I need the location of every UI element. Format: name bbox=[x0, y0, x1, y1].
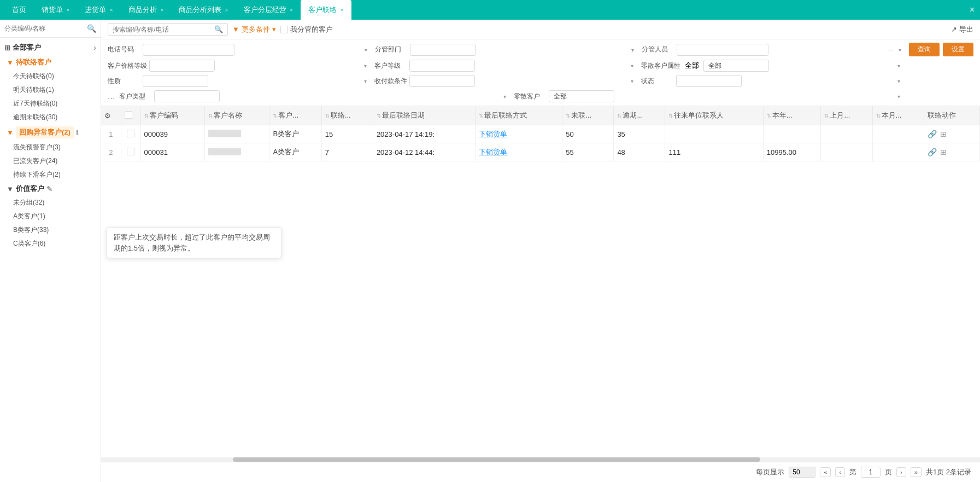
select-all-checkbox[interactable] bbox=[125, 111, 132, 119]
nav-item-customer-tier[interactable]: 客户分层经营 × bbox=[236, 0, 301, 20]
phone-input[interactable] bbox=[143, 44, 234, 56]
export-button[interactable]: ↗ 导出 bbox=[951, 25, 973, 34]
nav-item-product-analysis[interactable]: 商品分析 × bbox=[121, 0, 171, 20]
row-last-method-2[interactable]: 下销货单 bbox=[476, 143, 562, 161]
sidebar-section-pending[interactable]: ▼ 待联络客户 bbox=[0, 55, 101, 69]
grid-icon: ⊞ bbox=[4, 44, 10, 52]
sidebar-item-today-contact[interactable]: 今天待联络(0) bbox=[0, 69, 101, 83]
filter-field-dept: 分管部门 bbox=[375, 44, 638, 56]
sidebar-search-input[interactable] bbox=[4, 25, 87, 32]
close-customer-contact-icon[interactable]: × bbox=[340, 7, 343, 13]
close-purchase-icon[interactable]: × bbox=[109, 7, 113, 13]
arrow-pending-icon: ▼ bbox=[7, 59, 14, 67]
row-actions-2: 🔗 ⊞ bbox=[924, 143, 979, 161]
row-check-2[interactable] bbox=[121, 143, 140, 161]
close-sales-icon[interactable]: × bbox=[66, 7, 69, 13]
more-filter-button[interactable]: ▼ 更多条件 ▾ bbox=[232, 25, 276, 34]
filter-field-gender: 性质 bbox=[108, 75, 370, 87]
sidebar-item-class-b[interactable]: B类客户(33) bbox=[0, 223, 101, 237]
col-last-contact-method: ⇅ 最后联络方式 bbox=[476, 106, 562, 125]
retail-customer-select[interactable]: 全部 bbox=[549, 90, 614, 102]
close-product-analysis-icon[interactable]: × bbox=[160, 7, 163, 13]
link-icon-2[interactable]: 🔗 bbox=[928, 148, 937, 156]
pay-terms-label: 收付款条件 bbox=[374, 77, 407, 86]
last-method-link-1[interactable]: 下销货单 bbox=[479, 130, 507, 138]
sidebar-item-overdue-contact[interactable]: 逾期未联络(30) bbox=[0, 111, 101, 124]
sidebar-item-class-a[interactable]: A类客户(1) bbox=[0, 210, 101, 223]
row-type-2: A类客户 bbox=[269, 143, 321, 161]
filter-field-retail-attr: 零散客户属性 全部 全部 bbox=[641, 60, 903, 72]
status-label: 状态 bbox=[641, 77, 674, 86]
sidebar-search-icon: 🔍 bbox=[87, 24, 96, 33]
col-overdue: ⇅ 逾期... bbox=[614, 106, 665, 125]
sidebar-section-value-customers[interactable]: ▼ 价值客户 ✎ bbox=[0, 182, 101, 196]
row-check-1[interactable] bbox=[121, 125, 140, 143]
settings-button[interactable]: 设置 bbox=[943, 43, 973, 56]
filter-icon: ▼ bbox=[232, 25, 239, 33]
sidebar-section-repurchase-abnormal[interactable]: ▼ 回购异常客户(2) ℹ bbox=[0, 124, 101, 141]
my-customer-checkbox[interactable] bbox=[280, 26, 288, 33]
nav-item-sales[interactable]: 销货单 × bbox=[34, 0, 77, 20]
my-customer-checkbox-area[interactable]: 我分管的客户 bbox=[280, 25, 333, 34]
sort-type-icon: ⇅ bbox=[273, 113, 277, 119]
row-uncontacted-2: 55 bbox=[562, 143, 614, 161]
row-checkbox-1[interactable] bbox=[127, 130, 134, 137]
phone-label: 电话号码 bbox=[108, 45, 140, 54]
horizontal-scrollbar[interactable] bbox=[101, 457, 980, 462]
sidebar-item-class-c[interactable]: C类客户(6) bbox=[0, 237, 101, 251]
sidebar-item-already-lost[interactable]: 已流失客户(24) bbox=[0, 154, 101, 168]
pay-terms-select[interactable] bbox=[409, 75, 475, 87]
link-icon-1[interactable]: 🔗 bbox=[928, 130, 937, 138]
sort-this-year-icon: ⇅ bbox=[767, 113, 771, 119]
row-last-date-1: 2023-04-17 14:19: bbox=[373, 125, 476, 143]
customer-level-select[interactable] bbox=[409, 60, 475, 72]
more-icon-1[interactable]: ⊞ bbox=[940, 130, 947, 138]
close-customer-tier-icon[interactable]: × bbox=[290, 7, 293, 13]
col-last-contact-date: ⇅ 最后联络日期 bbox=[373, 106, 476, 125]
filter-search-input[interactable] bbox=[113, 26, 214, 33]
nav-item-product-list[interactable]: 商品分析列表 × bbox=[171, 0, 236, 20]
sidebar-item-declining[interactable]: 持续下滑客户(2) bbox=[0, 168, 101, 182]
manager-input[interactable] bbox=[677, 44, 768, 56]
last-page-button[interactable]: » bbox=[911, 467, 922, 477]
current-page-input[interactable] bbox=[861, 467, 881, 478]
nav-item-home[interactable]: 首页 bbox=[4, 0, 34, 20]
retail-customer-label: 零散客户 bbox=[514, 92, 547, 101]
sidebar-item-loss-warning[interactable]: 流失预警客户(3) bbox=[0, 141, 101, 154]
sidebar-collapse-icon[interactable]: › bbox=[93, 43, 96, 52]
next-page-button[interactable]: › bbox=[896, 467, 906, 477]
status-select[interactable] bbox=[676, 75, 742, 87]
row-last-date-2: 2023-04-12 14:44: bbox=[373, 143, 476, 161]
price-level-select[interactable] bbox=[149, 60, 215, 72]
query-button[interactable]: 查询 bbox=[909, 43, 940, 56]
action-icons-1: 🔗 ⊞ bbox=[928, 130, 976, 138]
window-close-button[interactable]: × bbox=[970, 5, 975, 15]
row-name-2 bbox=[205, 143, 269, 161]
dept-select[interactable] bbox=[410, 44, 476, 56]
close-product-list-icon[interactable]: × bbox=[225, 7, 228, 13]
sidebar-all-customers[interactable]: ⊞ 全部客户 › bbox=[0, 40, 101, 55]
sidebar-item-unclassified[interactable]: 未分组(32) bbox=[0, 196, 101, 210]
edit-icon[interactable]: ✎ bbox=[46, 185, 52, 193]
prev-page-button[interactable]: ‹ bbox=[835, 467, 845, 477]
customer-type-select[interactable] bbox=[154, 90, 220, 102]
col-checkbox[interactable] bbox=[121, 106, 140, 125]
col-settings[interactable]: ⚙ bbox=[101, 106, 121, 125]
nav-item-customer-contact[interactable]: 客户联络 × bbox=[301, 0, 351, 20]
sidebar-item-week-contact[interactable]: 近7天待联络(0) bbox=[0, 97, 101, 111]
retail-attr-select[interactable]: 全部 bbox=[703, 60, 769, 72]
sort-this-month-icon: ⇅ bbox=[876, 113, 881, 119]
row-checkbox-2[interactable] bbox=[127, 148, 134, 155]
filter-btn-group: 查询 设置 bbox=[909, 43, 973, 56]
first-page-button[interactable]: « bbox=[820, 467, 831, 477]
nav-item-purchase[interactable]: 进货单 × bbox=[77, 0, 120, 20]
col-contacts: ⇅ 联络... bbox=[321, 106, 373, 125]
row-last-method-1[interactable]: 下销货单 bbox=[476, 125, 562, 143]
sidebar-item-tomorrow-contact[interactable]: 明天待联络(1) bbox=[0, 83, 101, 97]
total-records: 共1页 2条记录 bbox=[926, 467, 971, 477]
gender-select[interactable] bbox=[143, 75, 208, 87]
more-icon-2[interactable]: ⊞ bbox=[940, 148, 947, 156]
per-page-select[interactable]: 50 100 bbox=[789, 467, 815, 478]
scrollbar-thumb[interactable] bbox=[233, 457, 760, 462]
last-method-link-2[interactable]: 下销货单 bbox=[479, 148, 507, 156]
